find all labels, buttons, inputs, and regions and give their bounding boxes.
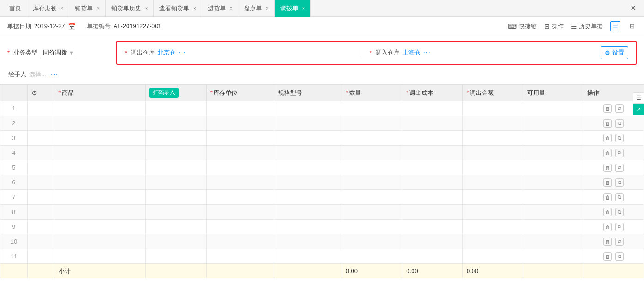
tab-purchase-order[interactable]: 进货单 ×	[202, 0, 238, 17]
row-qty-8[interactable]	[342, 205, 402, 220]
delete-icon-7[interactable]: 🗑	[603, 193, 612, 201]
row-product-4[interactable]	[55, 146, 145, 160]
row-cost-6[interactable]	[402, 175, 463, 190]
delete-icon-4[interactable]: 🗑	[603, 149, 612, 157]
row-qty-5[interactable]	[342, 160, 402, 175]
row-amount-7[interactable]	[463, 190, 523, 205]
row-amount-4[interactable]	[463, 146, 523, 160]
row-amount-1[interactable]	[463, 101, 523, 116]
row-product-9[interactable]	[55, 220, 145, 234]
copy-icon-6[interactable]: ⧉	[615, 178, 624, 187]
row-spec-11[interactable]	[274, 249, 342, 264]
tab-inventory-init[interactable]: 库存期初 ×	[27, 0, 69, 17]
tab-inventory-init-close[interactable]: ×	[61, 6, 63, 11]
row-product-5[interactable]	[55, 160, 145, 175]
row-unit-10[interactable]	[206, 234, 274, 249]
row-qty-9[interactable]	[342, 220, 402, 234]
row-cost-7[interactable]	[402, 190, 463, 205]
copy-icon-5[interactable]: ⧉	[615, 164, 624, 172]
tab-view-sales[interactable]: 查看销货单 ×	[154, 0, 202, 17]
row-spec-7[interactable]	[274, 190, 342, 205]
layout-btn-1[interactable]: ☰	[610, 21, 620, 31]
row-qty-3[interactable]	[342, 131, 402, 146]
row-cost-11[interactable]	[402, 249, 463, 264]
row-spec-1[interactable]	[274, 101, 342, 116]
row-cost-9[interactable]	[402, 220, 463, 234]
delete-icon-11[interactable]: 🗑	[603, 252, 612, 261]
tab-inventory-count-close[interactable]: ×	[266, 6, 268, 11]
row-unit-4[interactable]	[206, 146, 274, 160]
row-spec-5[interactable]	[274, 160, 342, 175]
delete-icon-10[interactable]: 🗑	[603, 238, 612, 246]
tab-transfer-order[interactable]: 调拨单 ×	[275, 0, 311, 17]
warehouse-in-more[interactable]: ···	[423, 49, 431, 57]
delete-icon-3[interactable]: 🗑	[603, 134, 612, 142]
row-spec-2[interactable]	[274, 116, 342, 131]
tab-inventory-count[interactable]: 盘点单 ×	[238, 0, 274, 17]
scan-button[interactable]: 扫码录入	[149, 88, 179, 98]
row-cost-1[interactable]	[402, 101, 463, 116]
copy-icon-3[interactable]: ⧉	[615, 134, 624, 142]
row-product-10[interactable]	[55, 234, 145, 249]
row-spec-4[interactable]	[274, 146, 342, 160]
history-action[interactable]: ☰ 历史单据	[571, 22, 603, 31]
row-unit-11[interactable]	[206, 249, 274, 264]
tab-sales-order-close[interactable]: ×	[97, 6, 99, 11]
row-unit-5[interactable]	[206, 160, 274, 175]
row-unit-7[interactable]	[206, 190, 274, 205]
row-unit-9[interactable]	[206, 220, 274, 234]
row-unit-8[interactable]	[206, 205, 274, 220]
tab-view-sales-close[interactable]: ×	[193, 6, 196, 11]
row-unit-6[interactable]	[206, 175, 274, 190]
window-close-button[interactable]: ✕	[626, 1, 640, 16]
copy-icon-9[interactable]: ⧉	[615, 223, 624, 231]
row-qty-6[interactable]	[342, 175, 402, 190]
row-product-2[interactable]	[55, 116, 145, 131]
row-spec-8[interactable]	[274, 205, 342, 220]
row-qty-7[interactable]	[342, 190, 402, 205]
copy-icon-1[interactable]: ⧉	[615, 104, 624, 113]
tab-sales-history[interactable]: 销货单历史 ×	[106, 0, 154, 17]
delete-icon-8[interactable]: 🗑	[603, 208, 612, 216]
row-product-6[interactable]	[55, 175, 145, 190]
tab-sales-history-close[interactable]: ×	[145, 6, 148, 11]
business-type-select[interactable]: 同价调拨 ▼	[40, 48, 77, 58]
table-settings-icon[interactable]: ⚙	[31, 89, 37, 97]
copy-icon-10[interactable]: ⧉	[615, 238, 624, 246]
row-amount-11[interactable]	[463, 249, 523, 264]
copy-icon-2[interactable]: ⧉	[615, 119, 624, 128]
delete-icon-5[interactable]: 🗑	[603, 164, 612, 172]
row-cost-10[interactable]	[402, 234, 463, 249]
manager-more[interactable]: ···	[51, 70, 58, 79]
row-spec-10[interactable]	[274, 234, 342, 249]
copy-icon-7[interactable]: ⧉	[615, 193, 624, 201]
tab-transfer-order-close[interactable]: ×	[302, 6, 305, 11]
row-amount-6[interactable]	[463, 175, 523, 190]
row-cost-5[interactable]	[402, 160, 463, 175]
row-amount-8[interactable]	[463, 205, 523, 220]
tab-home[interactable]: 首页	[4, 0, 27, 17]
row-product-1[interactable]	[55, 101, 145, 116]
row-cost-3[interactable]	[402, 131, 463, 146]
manager-select[interactable]: 选择...	[29, 70, 46, 79]
warehouse-settings-btn[interactable]: ⚙ 设置	[601, 46, 628, 59]
row-amount-2[interactable]	[463, 116, 523, 131]
row-amount-5[interactable]	[463, 160, 523, 175]
row-amount-10[interactable]	[463, 234, 523, 249]
sidebar-expand-icon[interactable]: ↗	[633, 104, 644, 115]
row-product-7[interactable]	[55, 190, 145, 205]
row-spec-9[interactable]	[274, 220, 342, 234]
tab-purchase-order-close[interactable]: ×	[230, 6, 232, 11]
row-qty-1[interactable]	[342, 101, 402, 116]
row-cost-4[interactable]	[402, 146, 463, 160]
col-settings-header[interactable]: ⚙	[27, 85, 55, 101]
row-product-3[interactable]	[55, 131, 145, 146]
delete-icon-9[interactable]: 🗑	[603, 223, 612, 231]
row-spec-3[interactable]	[274, 131, 342, 146]
row-cost-8[interactable]	[402, 205, 463, 220]
operate-action[interactable]: ⊞ 操作	[544, 22, 564, 31]
row-qty-2[interactable]	[342, 116, 402, 131]
delete-icon-2[interactable]: 🗑	[603, 119, 612, 128]
shortcut-action[interactable]: ⌨ 快捷键	[508, 22, 537, 31]
row-unit-1[interactable]	[206, 101, 274, 116]
